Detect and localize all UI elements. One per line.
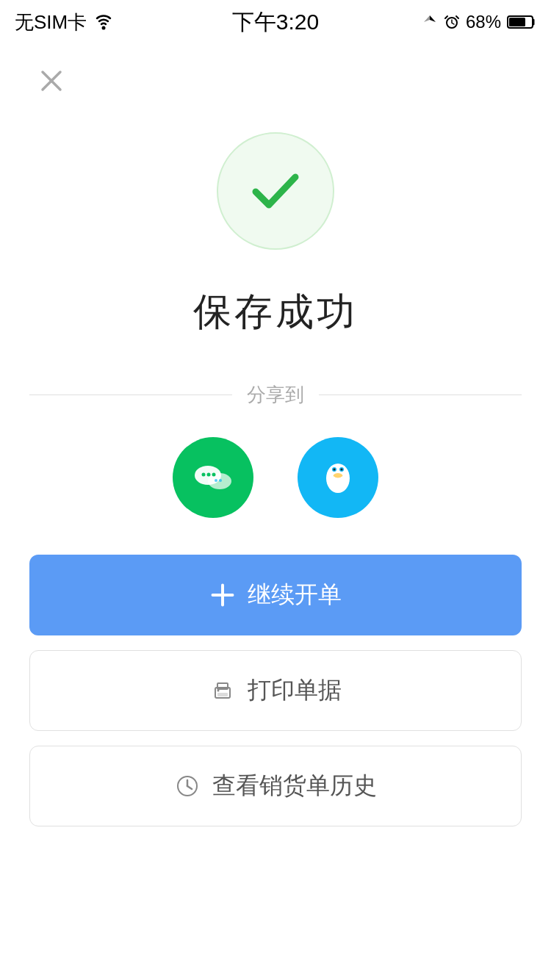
battery-text: 68% (466, 12, 501, 32)
svg-point-15 (339, 480, 347, 485)
carrier-text: 无SIM卡 (15, 10, 87, 35)
print-label: 打印单据 (248, 674, 342, 707)
main-content: 保存成功 分享到 (0, 44, 551, 841)
svg-point-27 (217, 690, 220, 692)
status-bar: 无SIM卡 下午3:20 68% (0, 0, 551, 44)
svg-line-30 (187, 786, 192, 789)
svg-point-12 (219, 479, 222, 482)
svg-rect-3 (509, 18, 525, 26)
wifi-icon (93, 14, 115, 30)
continue-button[interactable]: 继续开单 (29, 555, 522, 635)
share-divider: 分享到 (29, 382, 522, 408)
qq-icon (312, 452, 364, 503)
svg-point-11 (215, 479, 217, 482)
share-icons (29, 437, 522, 518)
success-icon-circle (217, 132, 334, 250)
history-button[interactable]: 查看销货单历史 (29, 746, 522, 826)
share-section: 分享到 (29, 382, 522, 518)
svg-point-14 (329, 480, 336, 485)
plus-icon (209, 582, 236, 608)
svg-point-20 (341, 469, 343, 471)
svg-point-19 (334, 469, 336, 471)
close-button[interactable] (29, 59, 73, 103)
wechat-icon (187, 452, 239, 503)
history-label: 查看销货单历史 (212, 770, 377, 802)
print-button[interactable]: 打印单据 (29, 650, 522, 731)
svg-point-8 (202, 473, 206, 477)
continue-label: 继续开单 (248, 579, 342, 611)
clock-icon (174, 773, 201, 799)
action-buttons: 继续开单 打印单据 查看销货单历史 (29, 555, 522, 826)
share-label: 分享到 (247, 382, 304, 408)
status-time: 下午3:20 (232, 7, 319, 37)
battery-icon (507, 14, 536, 30)
qq-share-button[interactable] (298, 437, 378, 518)
location-icon (422, 14, 438, 30)
status-right: 68% (422, 12, 536, 32)
print-icon (209, 677, 236, 704)
svg-rect-26 (217, 693, 228, 696)
svg-point-9 (207, 473, 211, 477)
alarm-icon (444, 14, 460, 30)
status-left: 无SIM卡 (15, 10, 115, 35)
svg-point-0 (102, 26, 106, 30)
wechat-share-button[interactable] (173, 437, 253, 518)
success-title: 保存成功 (193, 287, 358, 338)
svg-point-10 (212, 473, 216, 477)
